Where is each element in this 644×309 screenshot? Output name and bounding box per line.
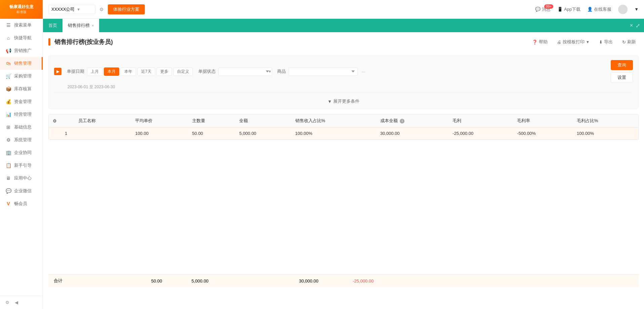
window-expand-icon[interactable]: ⤢: [636, 22, 640, 29]
app-download-link[interactable]: 📱 App下载: [557, 6, 581, 12]
trial-button[interactable]: 体验行业方案: [108, 4, 145, 14]
total-gross: -25,000.00: [353, 278, 400, 284]
user-avatar[interactable]: [618, 5, 628, 14]
sidebar-item-wechat[interactable]: 💬 企业微信: [0, 185, 43, 197]
tab-home-label: 首页: [48, 22, 57, 29]
status-dropdown-extra: ▼: [268, 69, 272, 73]
goods-filter-label: 商品: [277, 68, 286, 74]
sidebar-item-sales[interactable]: 🛍 销售管理: [0, 57, 43, 70]
sidebar-label-guide: 新手引导: [14, 162, 32, 168]
status-filter-label: 单据状态: [198, 68, 216, 74]
template-print-label: 按模板打印: [563, 39, 585, 45]
tab-close-icon[interactable]: ×: [92, 23, 94, 28]
total-cost: 30,000.00: [299, 278, 346, 284]
total-qty: 50.00: [151, 278, 185, 284]
sidebar-label-shortcut: 快捷导航: [14, 35, 32, 41]
tab-home[interactable]: 首页: [43, 19, 62, 32]
sidebar-item-inventory[interactable]: 📦 库存核算: [0, 83, 43, 95]
col-avg-price: 平均单价: [131, 114, 188, 127]
col-sales-pct: 销售收入占比%: [291, 114, 376, 127]
sidebar-item-guide[interactable]: 📋 新手引导: [0, 159, 43, 172]
goods-more-icon: ···: [362, 69, 366, 74]
goods-input[interactable]: [289, 67, 358, 76]
date-range-text: 2023-06-01 至 2023-06-30: [68, 85, 115, 89]
company-selector[interactable]: XXXXX公司 ▼: [48, 5, 95, 14]
cell-name: [74, 127, 131, 140]
app-download-label: App下载: [564, 6, 581, 12]
help-button[interactable]: ❓ 帮助: [529, 38, 550, 46]
sidebar-item-marketing[interactable]: 📢 营销推广: [0, 44, 43, 57]
title-accent: [48, 38, 50, 46]
sidebar-label-wechat: 企业微信: [14, 188, 32, 194]
sidebar-label-inventory: 库存核算: [14, 86, 32, 92]
settings-button[interactable]: 设置: [611, 72, 633, 83]
col-settings[interactable]: ⚙: [49, 114, 61, 127]
total-label: 合计: [54, 278, 97, 284]
cell-qty: 50.00: [188, 127, 235, 140]
expand-more-btn[interactable]: ▼ 展开更多条件: [328, 98, 359, 104]
goods-filter: 商品 ···: [277, 67, 366, 76]
print-dropdown-icon: ▼: [586, 40, 590, 44]
cost-info-icon[interactable]: i: [400, 119, 404, 123]
sidebar-item-shortcut[interactable]: ⌂ 快捷导航: [0, 32, 43, 44]
notification-bell[interactable]: 💬 消息 99+: [535, 6, 551, 12]
sidebar-item-purchase[interactable]: 🛒 采购管理: [0, 70, 43, 83]
refresh-label: 刷新: [627, 39, 636, 45]
sidebar-item-operations[interactable]: 📊 经营管理: [0, 108, 43, 121]
tab-sales-ranking[interactable]: 销售排行榜 ×: [62, 19, 99, 32]
online-service-link[interactable]: 👤 在线客服: [587, 6, 611, 12]
expand-more-label: 展开更多条件: [333, 98, 359, 104]
sidebar-item-member[interactable]: V 畅会员: [0, 197, 43, 210]
date-btn-custom[interactable]: 自定义: [173, 67, 193, 76]
cell-avg-price: 100.00: [131, 127, 188, 140]
sidebar-collapse-icon[interactable]: ◀: [15, 300, 18, 305]
sidebar-item-enterprise[interactable]: 🏢 企业协同: [0, 146, 43, 159]
date-btn-last-month[interactable]: 上月: [87, 67, 102, 76]
date-btn-this-month[interactable]: 本月: [104, 67, 119, 76]
date-buttons: 上月 本月 本年 近7天 更多 自定义: [87, 67, 193, 76]
sidebar-item-apps[interactable]: 🖥 应用中心: [0, 172, 43, 185]
topbar: XXXXX公司 ▼ ⚙ 体验行业方案 💬 消息 99+ 📱 App下载 👤 在线…: [43, 0, 644, 19]
sidebar-item-search[interactable]: ☰ 搜索菜单: [0, 19, 43, 32]
date-btn-7days[interactable]: 近7天: [137, 67, 155, 76]
status-filter: 单据状态 ▼: [198, 67, 272, 76]
cell-settings: [49, 127, 61, 140]
date-btn-more[interactable]: 更多: [157, 67, 172, 76]
query-button[interactable]: 查询: [611, 60, 633, 70]
col-rank: [61, 114, 74, 127]
filter-arrow-icon: ▶: [56, 69, 59, 74]
filter-row: ▶ 单据日期 上月 本月 本年 近7天 更多 自定义: [54, 60, 633, 83]
refresh-button[interactable]: ↻ 刷新: [619, 38, 639, 46]
filter-toggle-icon[interactable]: ▶: [54, 68, 61, 75]
sidebar-bottom: ⚙ ◀: [0, 296, 43, 309]
status-select[interactable]: [218, 67, 272, 76]
date-filter: 单据日期 上月 本月 本年 近7天 更多 自定义: [67, 67, 193, 76]
sidebar-label-marketing: 营销推广: [14, 48, 32, 54]
sidebar-label-system: 系统管理: [14, 137, 32, 143]
date-btn-this-year[interactable]: 本年: [121, 67, 136, 76]
sidebar-label-purchase: 采购管理: [14, 73, 32, 79]
sidebar: 畅康通好生意 标准版 ☰ 搜索菜单 ⌂ 快捷导航 📢 营销推广 🛍 销售管理 🛒…: [0, 0, 43, 309]
window-close-icon[interactable]: ×: [630, 22, 633, 29]
filter-bar: ▶ 单据日期 上月 本月 本年 近7天 更多 自定义: [48, 56, 639, 109]
col-gross-pct: 毛利占比%: [573, 114, 638, 127]
logo-sub: 标准版: [16, 10, 27, 14]
content-spacer: [48, 140, 639, 274]
template-print-button[interactable]: 🖨 按模板打印 ▼: [554, 38, 592, 46]
export-button[interactable]: ⬇ 导出: [596, 38, 615, 46]
sidebar-settings-icon[interactable]: ⚙: [5, 300, 9, 305]
logo-text: 畅康通好生意: [9, 4, 34, 10]
cell-gross-pct: 100.00%: [573, 127, 638, 140]
gear-icon[interactable]: ⚙: [99, 7, 104, 12]
sidebar-item-system[interactable]: ⚙ 系统管理: [0, 134, 43, 146]
sidebar-item-basic[interactable]: ⊞ 基础信息: [0, 121, 43, 134]
marketing-icon: 📢: [5, 48, 11, 53]
footer-total: 合计 50.00 5,000.00 30,000.00 -25,000.00: [48, 274, 639, 287]
date-filter-label: 单据日期: [67, 68, 84, 74]
page-header: 销售排行榜(按业务员) ❓ 帮助 🖨 按模板打印 ▼ ⬇ 导出 ↻: [48, 38, 639, 50]
sidebar-item-finance[interactable]: 💰 资金管理: [0, 95, 43, 108]
date-range-display: 2023-06-01 至 2023-06-30: [54, 84, 633, 90]
cell-gross: -25,000.00: [448, 127, 513, 140]
col-gross-rate: 毛利率: [513, 114, 573, 127]
filter-expand-handle[interactable]: ▶: [54, 68, 61, 75]
